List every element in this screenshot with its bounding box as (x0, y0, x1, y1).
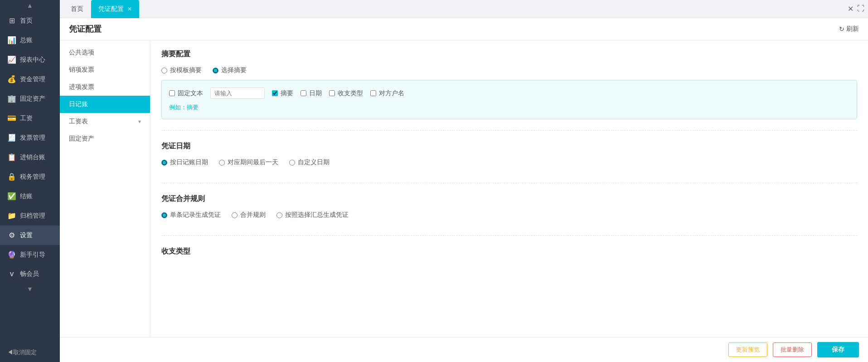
tabbar-actions: ✕ ⛶ (848, 5, 864, 13)
tab-voucher-config[interactable]: 凭证配置 ✕ (91, 0, 140, 18)
sidebar-scroll-up[interactable]: ▲ (0, 0, 60, 11)
chevron-down-icon: ▾ (138, 118, 141, 125)
sidebar-item-sales-purchase[interactable]: 📋 进销台账 (0, 147, 60, 167)
save-button[interactable]: 保存 (817, 342, 859, 357)
summary-select-radio[interactable] (213, 68, 218, 73)
sidebar-item-salary[interactable]: 💳 工资 (0, 108, 60, 128)
left-nav-journal[interactable]: 日记账 (60, 96, 150, 113)
tab-home[interactable]: 首页 (63, 0, 91, 18)
left-nav-purchase-invoice[interactable]: 进项发票 (60, 78, 150, 96)
checkbox-date[interactable]: 日期 (301, 89, 322, 98)
tab-close-icon[interactable]: ✕ (127, 6, 132, 12)
refresh-button[interactable]: ↻ 刷新 (839, 25, 859, 33)
date-checkbox[interactable] (301, 90, 306, 96)
bottom-bar: 更新预览 批量删除 保存 (60, 337, 868, 362)
summary-section-title: 摘要配置 (161, 49, 857, 59)
sidebar-item-label: 固定资产 (20, 95, 45, 103)
sidebar-item-label: 发票管理 (20, 134, 45, 142)
window-maximize-icon[interactable]: ⛶ (857, 5, 864, 13)
voucher-date-custom[interactable]: 自定义日期 (289, 158, 330, 166)
page-title: 凭证配置 (69, 24, 102, 34)
tab-voucher-config-label: 凭证配置 (98, 5, 124, 13)
vip-icon: V (7, 271, 16, 278)
voucher-date-title: 凭证日期 (161, 142, 857, 151)
sidebar-item-label: 进销台账 (20, 153, 45, 161)
summary-template-radio[interactable] (161, 68, 167, 73)
custom-date-radio[interactable] (289, 160, 295, 166)
summary-example: 例如：摘要 (169, 103, 849, 112)
sidebar-item-label: 归档管理 (20, 212, 45, 220)
merge-rule-title: 凭证合并规则 (161, 194, 857, 204)
fixed-text-checkbox[interactable] (169, 90, 175, 96)
tab-home-label: 首页 (71, 5, 83, 13)
funds-icon: 💰 (7, 75, 16, 83)
refresh-icon: ↻ (839, 25, 844, 33)
left-nav-sales-invoice-label: 销项发票 (69, 66, 94, 74)
tabbar: 首页 凭证配置 ✕ ✕ ⛶ (60, 0, 868, 18)
left-nav-payroll[interactable]: 工资表 ▾ (60, 113, 150, 130)
select-merge-radio[interactable] (276, 212, 282, 218)
summary-checkbox[interactable] (272, 90, 278, 96)
merge-rule-merge[interactable]: 合并规则 (232, 211, 266, 219)
period-last-radio[interactable] (219, 160, 225, 166)
archive-icon: 📁 (7, 211, 16, 220)
counterpart-checkbox[interactable] (370, 90, 376, 96)
left-nav-public[interactable]: 公共选项 (60, 44, 150, 61)
sidebar-item-funds[interactable]: 💰 资金管理 (0, 69, 60, 89)
journal-date-radio[interactable] (161, 160, 167, 166)
single-record-radio[interactable] (161, 212, 167, 218)
refresh-label: 刷新 (846, 25, 859, 33)
checkbox-summary[interactable]: 摘要 (272, 89, 293, 98)
batch-delete-button[interactable]: 批量删除 (773, 342, 812, 357)
window-close-icon[interactable]: ✕ (848, 5, 853, 13)
cancel-fix-button[interactable]: ◀取消固定 (0, 343, 60, 362)
reports-icon: 📈 (7, 55, 16, 64)
content-area: 凭证配置 ↻ 刷新 公共选项 销项发票 进项发票 日记账 (60, 18, 868, 362)
update-preview-button[interactable]: 更新预览 (728, 342, 767, 357)
sidebar-item-label: 设置 (20, 231, 33, 240)
income-type-checkbox[interactable] (329, 90, 335, 96)
sidebar-item-label: 工资 (20, 114, 33, 122)
left-nav-payroll-label: 工资表 (69, 117, 88, 126)
voucher-date-journal[interactable]: 按日记账日期 (161, 158, 208, 166)
left-nav-sales-invoice[interactable]: 销项发票 (60, 61, 150, 78)
checkbox-income-type[interactable]: 收支类型 (329, 89, 363, 98)
sidebar-item-settings[interactable]: ⚙ 设置 (0, 225, 60, 245)
tax-icon: 🔒 (7, 172, 16, 181)
fixed-text-input[interactable] (210, 88, 265, 99)
sidebar-item-ledger[interactable]: 📊 总账 (0, 30, 60, 50)
merge-rule-single[interactable]: 单条记录生成凭证 (161, 211, 221, 219)
sidebar-item-vip[interactable]: V 畅会员 (0, 264, 60, 284)
sidebar-item-tax[interactable]: 🔒 税务管理 (0, 167, 60, 186)
body-layout: 公共选项 销项发票 进项发票 日记账 工资表 ▾ 固定资产 (60, 40, 868, 337)
left-nav-fixed-assets-label: 固定资产 (69, 135, 94, 143)
sidebar-item-guide[interactable]: 🔮 新手引导 (0, 245, 60, 264)
summary-radio-template[interactable]: 按模板摘要 (161, 66, 202, 74)
invoice-mgmt-icon: 🧾 (7, 133, 16, 142)
left-nav-fixed-assets[interactable]: 固定资产 (60, 130, 150, 147)
merge-rule-radio-group: 单条记录生成凭证 合并规则 按照选择汇总生成凭证 (161, 211, 857, 219)
voucher-date-radio-group: 按日记账日期 对应期间最后一天 自定义日期 (161, 158, 857, 166)
checkbox-fixed-text[interactable]: 固定文本 (169, 89, 203, 98)
sidebar-item-home[interactable]: ⊞ 首页 (0, 11, 60, 30)
sidebar-item-invoice-mgmt[interactable]: 🧾 发票管理 (0, 128, 60, 147)
sidebar-item-assets[interactable]: 🏢 固定资产 (0, 89, 60, 108)
summary-box: 固定文本 摘要 日期 (161, 80, 857, 119)
sidebar-item-label: 新手引导 (20, 251, 45, 259)
sidebar-item-settle[interactable]: ✅ 结账 (0, 186, 60, 206)
page-header: 凭证配置 ↻ 刷新 (60, 18, 868, 40)
right-content: 摘要配置 按模板摘要 选择摘要 (150, 40, 868, 337)
income-type-section: 收支类型 (161, 247, 857, 274)
merge-radio[interactable] (232, 212, 238, 218)
sidebar-scroll-down[interactable]: ▼ (0, 284, 60, 294)
checkbox-counterpart[interactable]: 对方户名 (370, 89, 404, 98)
ledger-icon: 📊 (7, 36, 16, 44)
summary-radio-select[interactable]: 选择摘要 (213, 66, 247, 74)
sidebar-item-label: 资金管理 (20, 75, 45, 83)
voucher-date-period-last[interactable]: 对应期间最后一天 (219, 158, 278, 166)
sidebar-item-label: 税务管理 (20, 173, 45, 181)
settle-icon: ✅ (7, 192, 16, 201)
sidebar-item-archive[interactable]: 📁 归档管理 (0, 206, 60, 225)
sidebar-item-reports[interactable]: 📈 报表中心 (0, 50, 60, 69)
merge-rule-select-merge[interactable]: 按照选择汇总生成凭证 (276, 211, 349, 219)
